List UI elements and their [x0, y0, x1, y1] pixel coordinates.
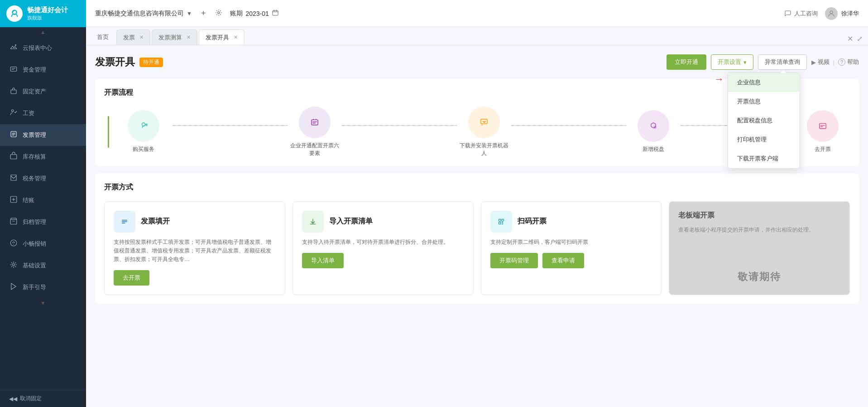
sidebar-item-invoice-mgmt[interactable]: 发票管理: [0, 124, 86, 146]
download-label: 下载并安装开票机器人: [459, 142, 509, 157]
sidebar-bottom-cancel-pin[interactable]: ◀◀ 取消固定: [0, 390, 86, 407]
download-icon-wrap: [468, 107, 500, 138]
sidebar-item-new-guide[interactable]: 新手引导: [0, 276, 86, 298]
tab-invoice-close[interactable]: ✕: [139, 34, 144, 40]
page-title-row: 发票开具 待开通: [95, 55, 163, 69]
page-title: 发票开具: [95, 55, 135, 69]
topbar-settings-icon[interactable]: [215, 9, 223, 19]
tab-bar: 首页 发票 ✕ 发票测算 ✕ 发票开具 ✕ ✕ ⤢: [86, 27, 868, 45]
sidebar-item-tax-mgmt[interactable]: 税务管理: [0, 168, 86, 189]
dropdown-item-company-info[interactable]: 企业信息: [728, 73, 800, 92]
invoice-mgmt-icon: [9, 130, 18, 140]
method-card-import-list: 导入开票清单 支持导入待开票清单，可对待开票清单进行拆分、合并处理。 导入清单: [293, 201, 474, 296]
manual-fill-title: 发票填开: [141, 217, 170, 226]
add-taxdisk-icon-wrap: [638, 110, 669, 142]
sidebar-label-fund-mgmt: 资金管理: [23, 66, 46, 74]
logo-icon: [6, 5, 23, 22]
video-label[interactable]: 视频: [818, 58, 830, 66]
flow-connector-1: [173, 125, 288, 126]
svg-point-4: [12, 110, 14, 112]
sidebar-item-fixed-assets[interactable]: 固定资产: [0, 81, 86, 102]
sidebar-item-xiaochang[interactable]: 小畅报销: [0, 233, 86, 255]
enterprise-config-label: 企业开通配置开票六要素: [290, 142, 340, 157]
sidebar-scroll-up[interactable]: ▲: [0, 27, 86, 37]
view-apply-button[interactable]: 查看申请: [542, 253, 584, 268]
dropdown-item-invoice-info[interactable]: 开票信息: [728, 92, 800, 111]
sidebar-item-archive[interactable]: 归档管理: [0, 211, 86, 233]
dropdown-arrow: [781, 70, 786, 73]
sidebar-label-inventory: 库存核算: [23, 153, 46, 161]
flow-connector-2: [342, 125, 457, 126]
enterprise-config-icon-wrap: [299, 107, 331, 138]
sidebar-nav: ▲ 云报表中心 资金管理 固定资产: [0, 27, 86, 390]
sidebar-scroll-down[interactable]: ▼: [0, 298, 86, 308]
add-company-button[interactable]: +: [199, 7, 208, 20]
user-menu[interactable]: 徐泽华: [825, 7, 859, 20]
help-icon: ?: [838, 58, 845, 66]
method-card-manual-fill: 发票填开 支持按照发票样式手工填开发票；可开具增值税电子普通发票、增值税普通发票…: [104, 201, 285, 296]
dropdown-item-printer-mgmt[interactable]: 打印机管理: [728, 130, 800, 149]
logo-text-block: 畅捷通好会计 旗舰版: [27, 6, 68, 21]
sidebar-label-cloud-report: 云报表中心: [23, 44, 52, 52]
cloud-report-icon: [9, 43, 18, 53]
sidebar-item-basic-settings[interactable]: 基础设置: [0, 255, 86, 276]
company-selector[interactable]: 重庆畅捷交通信息咨询有限公司 ▼: [95, 10, 192, 18]
svg-marker-11: [11, 283, 16, 290]
topbar-period: 账期 2023-01: [230, 9, 278, 18]
method-card-boss-invoice: 老板端开票 查看老板端小程序提交的开票申请，并作出相应的处理。 敬请期待: [669, 201, 850, 296]
method-section: 开票方式 发票填开 支持按照: [95, 174, 859, 305]
video-help-group: ▶ 视频 | ? 帮助: [811, 58, 859, 66]
tab-invoice-open-close[interactable]: ✕: [234, 34, 238, 40]
inventory-icon: [9, 152, 18, 162]
sidebar-item-payroll[interactable]: 工资: [0, 102, 86, 124]
tab-invoice-open[interactable]: 发票开具 ✕: [199, 29, 245, 45]
svg-point-12: [218, 11, 220, 14]
tab-home[interactable]: 首页: [91, 29, 115, 45]
fund-icon: [9, 65, 18, 75]
svg-rect-6: [10, 155, 17, 159]
calendar-icon[interactable]: [272, 9, 279, 18]
svg-point-1: [15, 44, 16, 46]
topbar: 重庆畅捷交通信息咨询有限公司 ▼ + 账期 2023-01 人工咨询: [86, 0, 868, 27]
sidebar-item-fund-mgmt[interactable]: 资金管理: [0, 59, 86, 81]
import-list-button[interactable]: 导入清单: [302, 253, 344, 268]
svg-rect-2: [10, 67, 17, 72]
help-label[interactable]: 帮助: [847, 58, 859, 66]
import-list-title: 导入开票清单: [329, 217, 373, 226]
dropdown-item-download-client[interactable]: 下载开票客户端: [728, 149, 800, 168]
svg-point-18: [308, 116, 321, 129]
tab-invoice-calc-label: 发票测算: [158, 34, 182, 42]
sidebar-label-tax-mgmt: 税务管理: [23, 174, 46, 183]
svg-rect-29: [497, 218, 505, 225]
dropdown-item-tax-config[interactable]: 配置税盘信息: [728, 111, 800, 130]
anomaly-button[interactable]: 异常清单查询: [758, 54, 807, 70]
settle-icon: [9, 195, 18, 205]
settings-button[interactable]: 开票设置 ▾: [711, 54, 753, 70]
flow-step-download: 下载并安装开票机器人: [457, 107, 511, 157]
tab-invoice-calc-close[interactable]: ✕: [187, 34, 191, 40]
sidebar-item-cloud-report[interactable]: 云报表中心: [0, 37, 86, 59]
goto-invoice-button[interactable]: 去开票: [114, 270, 149, 286]
logo-main-text: 畅捷通好会计: [27, 6, 68, 15]
sidebar-item-inventory[interactable]: 库存核算: [0, 146, 86, 168]
import-list-icon: [302, 211, 324, 233]
sidebar-item-settle[interactable]: 结账: [0, 189, 86, 211]
svg-point-9: [10, 240, 17, 246]
fixed-assets-icon: [9, 87, 18, 97]
tab-invoice[interactable]: 发票 ✕: [116, 29, 150, 45]
svg-rect-22: [481, 124, 483, 126]
scan-invoice-icon: [490, 211, 512, 233]
consultation-label: 人工咨询: [794, 10, 818, 18]
tab-invoice-calc[interactable]: 发票测算 ✕: [152, 29, 197, 45]
qrcode-mgmt-button[interactable]: 开票码管理: [490, 253, 538, 268]
content-area: 发票开具 待开通 立即开通 开票设置 ▾ 异常清单查询 ▶ 视频 | ?: [86, 45, 868, 407]
sidebar-label-xiaochang: 小畅报销: [23, 240, 46, 248]
flow-divider-bar: [108, 116, 109, 148]
consultation-button[interactable]: 人工咨询: [784, 10, 818, 18]
tab-close-all[interactable]: ✕: [847, 34, 853, 43]
topbar-right: 人工咨询 徐泽华: [784, 7, 859, 20]
activate-button[interactable]: 立即开通: [667, 54, 706, 70]
tab-expand[interactable]: ⤢: [857, 34, 863, 43]
buy-service-label: 购买服务: [133, 145, 154, 153]
boss-invoice-title: 老板端开票: [678, 211, 715, 220]
